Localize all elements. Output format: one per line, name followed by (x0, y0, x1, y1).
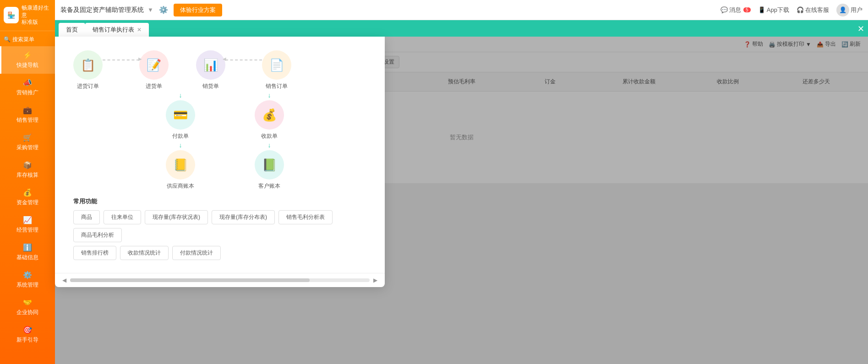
sales-order-icon: 📄 (262, 50, 291, 80)
message-badge: 5 (743, 7, 751, 12)
service-icon: 🎧 (797, 6, 804, 13)
sidebar-item-system[interactable]: ⚙️ 系统管理 (0, 266, 55, 293)
quick-nav-icon: ⚡ (23, 51, 32, 60)
sidebar: 🏪 畅康通好生意 标准版 🔍 搜索菜单 ⚡ 快捷导航 📣 营销推广 💼 销售管理… (0, 0, 55, 364)
func-btn-partners[interactable]: 往来单位 (104, 210, 141, 224)
message-icon: 💬 (721, 6, 728, 13)
payment-in-label: 收款单 (261, 132, 278, 140)
purchase-order-label: 进货订单 (77, 82, 99, 90)
tab-home[interactable]: 首页 (59, 23, 85, 37)
scroll-right-icon[interactable]: ▶ (373, 277, 377, 283)
sidebar-search[interactable]: 🔍 搜索菜单 (0, 33, 55, 46)
scrollbar-thumb (70, 278, 310, 282)
payment-in-node[interactable]: 💰 收款单 (255, 100, 284, 140)
supplier-ledger-label: 供应商账本 (167, 182, 194, 190)
func-btn-payment-stats[interactable]: 付款情况统计 (172, 246, 221, 260)
sidebar-item-quick-nav[interactable]: ⚡ 快捷导航 (0, 46, 55, 74)
user-menu[interactable]: 👤 用户 (836, 4, 863, 16)
system-name: 装备及固定资产辅助管理系统 (60, 6, 144, 14)
customer-ledger-node[interactable]: 📗 客户账本 (255, 150, 284, 190)
tabbar: 首页 销售订单执行表 ✕ ✕ (55, 20, 868, 37)
marketing-icon: 📣 (23, 78, 32, 87)
tabbar-close-button[interactable]: ✕ (857, 24, 864, 37)
user-avatar: 👤 (836, 4, 849, 16)
purchase-bill-node[interactable]: 📝 进货单 (139, 50, 169, 90)
inventory-icon: 📦 (23, 161, 32, 169)
topbar: 装备及固定资产辅助管理系统 ▼ ⚙️ 体验行业方案 💬 消息 5 📱 App下载… (55, 0, 868, 20)
payment-out-node[interactable]: 💳 付款单 (166, 100, 195, 140)
topbar-right: 💬 消息 5 📱 App下载 🎧 在线客服 👤 用户 (721, 4, 863, 16)
supplier-ledger-node[interactable]: 📒 供应商账本 (166, 150, 195, 190)
arrow-sales-order-to-bill (225, 50, 262, 60)
func-btn-stock-dist[interactable]: 现存量(库存分布表) (212, 210, 275, 224)
popup-content: 📋 进货订单 📝 进货单 (55, 37, 385, 273)
func-btn-stock-status[interactable]: 现存量(库存状况表) (145, 210, 208, 224)
scroll-left-icon[interactable]: ◀ (62, 277, 66, 283)
supplier-ledger-icon: 📒 (166, 150, 195, 179)
sales-order-node[interactable]: 📄 销售订单 (262, 50, 291, 90)
customer-ledger-label: 客户账本 (258, 182, 280, 190)
logo-icon: 🏪 (4, 7, 19, 23)
arrow-purchase-to-bill (103, 50, 139, 60)
home-tab-label: 首页 (66, 26, 78, 34)
trial-button[interactable]: 体验行业方案 (174, 4, 222, 16)
sales-order-label: 销售订单 (266, 82, 288, 90)
app-download-button[interactable]: 📱 App下载 (758, 6, 789, 14)
sidebar-item-purchase[interactable]: 🛒 采购管理 (0, 129, 55, 156)
download-icon: 📱 (758, 6, 765, 13)
sales-bill-icon: 📊 (196, 50, 225, 80)
sales-bill-node[interactable]: 📊 销货单 (196, 50, 225, 90)
quick-nav-popup: 📋 进货订单 📝 进货单 (55, 37, 385, 287)
finance-icon: 💰 (23, 188, 32, 197)
purchase-icon: 🛒 (23, 133, 32, 142)
arrow-down-customer-ledger: ↓ (268, 142, 271, 148)
common-functions-row1: 商品 往来单位 现存量(库存状况表) 现存量(库存分布表) 销售毛利分析表 商品… (73, 210, 366, 242)
tab-close-icon[interactable]: ✕ (137, 27, 142, 33)
logo-text: 畅康通好生意 标准版 (22, 5, 51, 26)
guide-icon: 🎯 (23, 326, 32, 334)
sidebar-item-inventory[interactable]: 📦 库存核算 (0, 156, 55, 184)
sidebar-item-finance[interactable]: 💰 资金管理 (0, 184, 55, 211)
func-btn-products[interactable]: 商品 (73, 210, 100, 224)
system-icon: ⚙️ (23, 271, 32, 279)
arrow-down-payment-in: ↓ (268, 92, 271, 98)
search-icon: 🔍 (4, 36, 11, 43)
payment-out-label: 付款单 (172, 132, 189, 140)
payment-in-icon: 💰 (255, 100, 284, 130)
sidebar-item-sales[interactable]: 💼 销售管理 (0, 101, 55, 129)
sidebar-item-operation[interactable]: 📈 经营管理 (0, 211, 55, 239)
purchase-order-node[interactable]: 📋 进货订单 (73, 50, 103, 90)
arrow-down-supplier-ledger: ↓ (179, 142, 182, 148)
purchase-bill-icon: 📝 (139, 50, 169, 80)
func-btn-sales-rank[interactable]: 销售排行榜 (73, 246, 116, 260)
customer-ledger-icon: 📗 (255, 150, 284, 179)
popup-overlay[interactable]: 📋 进货订单 📝 进货单 (55, 37, 868, 364)
func-btn-sales-profit[interactable]: 销售毛利分析表 (278, 210, 333, 224)
arrow-down-payment-out: ↓ (179, 92, 182, 98)
tab-sales-order-exec[interactable]: 销售订单执行表 ✕ (85, 23, 149, 37)
sidebar-item-guide[interactable]: 🎯 新手引导 (0, 321, 55, 348)
common-functions-row2: 销售排行榜 收款情况统计 付款情况统计 (73, 246, 366, 260)
sales-order-tab-label: 销售订单执行表 (93, 26, 134, 34)
scrollbar-track[interactable] (70, 278, 370, 282)
basic-icon: ℹ️ (23, 243, 32, 252)
online-service-button[interactable]: 🎧 在线客服 (797, 6, 829, 14)
sales-bill-label: 销货单 (202, 82, 219, 90)
popup-scrollbar: ◀ ▶ (55, 273, 385, 287)
sidebar-item-cooperation[interactable]: 🤝 企业协同 (0, 293, 55, 321)
message-button[interactable]: 💬 消息 5 (721, 6, 751, 14)
func-btn-receipt-stats[interactable]: 收款情况统计 (120, 246, 169, 260)
purchase-bill-label: 进货单 (146, 82, 162, 90)
common-functions: 常用功能 商品 往来单位 现存量(库存状况表) 现存量(库存分布表) 销售毛利分… (73, 197, 366, 260)
func-btn-product-profit[interactable]: 商品毛利分析 (73, 228, 122, 242)
common-functions-title: 常用功能 (73, 197, 366, 206)
dropdown-arrow-icon[interactable]: ▼ (147, 6, 153, 13)
sidebar-logo: 🏪 畅康通好生意 标准版 (0, 0, 55, 31)
sidebar-item-basic[interactable]: ℹ️ 基础信息 (0, 239, 55, 266)
payment-out-icon: 💳 (166, 100, 195, 130)
sales-icon: 💼 (23, 106, 32, 114)
operation-icon: 📈 (23, 216, 32, 224)
sidebar-item-marketing[interactable]: 📣 营销推广 (0, 74, 55, 101)
cooperation-icon: 🤝 (23, 298, 32, 307)
settings-icon[interactable]: ⚙️ (159, 5, 168, 14)
